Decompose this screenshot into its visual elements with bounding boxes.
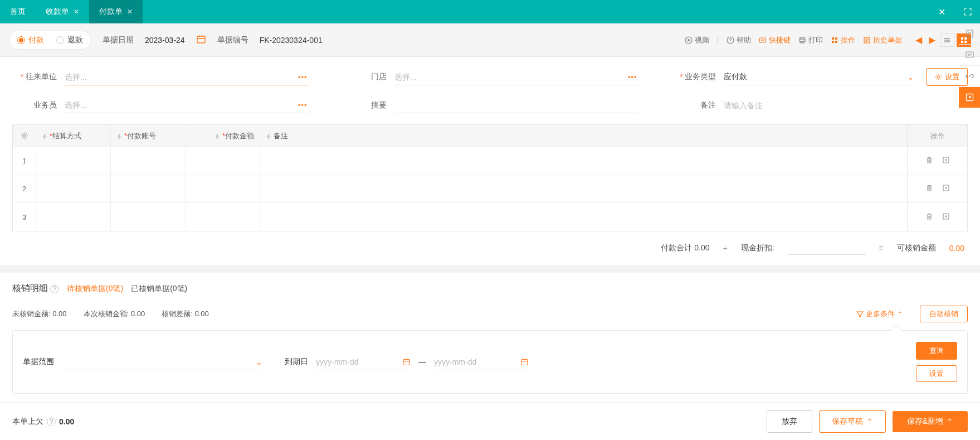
svg-rect-7 [832,37,834,40]
cell-account[interactable] [111,147,186,175]
cell-note[interactable] [260,147,907,175]
cell-account[interactable] [111,203,186,231]
discount-input[interactable] [788,241,866,255]
col-method[interactable]: ▲▼*结算方式 [36,125,111,147]
svg-rect-25 [966,52,973,57]
tab-receipt[interactable]: 收款单✕ [36,0,89,23]
paysum-label: 付款合计 [661,243,692,252]
rail-doc-icon[interactable] [959,23,980,45]
date-from-input[interactable]: yyyy-mm-dd [316,354,411,370]
doc-date[interactable]: 2023-03-24 [145,36,185,45]
tab-pending[interactable]: 待核销单据(0笔) [67,284,123,294]
scope-select[interactable]: ⌄ [62,354,262,370]
remark-label: 备注 [671,100,716,110]
stat-diff-label: 核销差额: [162,310,193,318]
owe-value: 0.00 [59,417,74,426]
prev-doc-icon[interactable]: ◀ [913,35,924,45]
biztype-input[interactable] [724,69,915,85]
save-draft-button[interactable]: 保存草稿⌃ [819,410,886,433]
store-input[interactable] [394,69,638,85]
cell-method[interactable] [36,147,111,175]
cell-method[interactable] [36,203,111,231]
link-history[interactable]: 历史单据 [863,35,902,45]
tab-home[interactable]: 首页 [0,0,36,23]
next-doc-icon[interactable]: ▶ [927,35,938,45]
more-conditions-link[interactable]: 更多条件 ⌃ [856,309,903,319]
salesman-input[interactable] [65,97,309,113]
lookup-icon[interactable]: ••• [298,73,308,81]
add-row-icon[interactable] [942,212,950,222]
cell-amount[interactable] [186,175,260,202]
svg-rect-22 [521,360,528,365]
tab-payment[interactable]: 付款单✕ [89,0,143,23]
partner-label: 往来单位 [12,72,57,82]
chevron-down-icon[interactable]: ⌄ [908,73,914,81]
link-print[interactable]: 打印 [798,35,823,45]
svg-rect-21 [403,360,409,365]
delete-row-icon[interactable] [925,212,933,222]
delete-row-icon[interactable] [925,156,933,166]
chevron-down-icon: ⌄ [256,357,262,366]
gear-icon[interactable] [13,125,36,147]
lookup-icon[interactable]: ••• [628,73,637,81]
cell-amount[interactable] [186,203,260,231]
close-icon[interactable]: ✕ [127,8,133,16]
save-new-button[interactable]: 保存&新增⌃ [893,411,968,432]
cell-amount[interactable] [186,147,260,175]
owe-label: 本单上欠 [12,417,43,427]
stat-thiswrite-value: 0.00 [131,310,145,318]
cell-note[interactable] [260,175,907,202]
store-label: 门店 [342,72,387,82]
rail-expand-icon[interactable] [959,87,980,108]
chevron-up-icon: ⌃ [947,417,953,426]
col-account[interactable]: ▲▼*付款账号 [111,125,186,147]
add-row-icon[interactable] [942,156,950,166]
calendar-icon[interactable] [196,34,206,46]
close-icon[interactable]: ✕ [74,8,79,16]
filter-settings-button[interactable]: 设置 [916,365,957,382]
paysum-value: 0.00 [694,243,709,252]
cell-account[interactable] [111,175,186,202]
discount-label: 现金折扣: [741,243,774,253]
col-amount[interactable]: ▲▼*付款金额 [186,125,260,147]
cell-method[interactable] [36,175,111,202]
link-shortcut[interactable]: 快捷键 [759,35,791,45]
view-list-icon[interactable] [940,33,954,47]
biztype-label: 业务类型 [671,72,716,82]
svg-rect-8 [835,37,837,40]
stat-thiswrite-label: 本次核销金额: [84,310,129,318]
fullscreen-icon[interactable] [955,0,980,23]
help-icon[interactable]: ? [47,417,56,426]
query-button[interactable]: 查询 [916,342,957,360]
chevron-up-icon: ⌃ [866,417,873,426]
tabs-close-all-icon[interactable]: ✕ [928,0,955,23]
date-to-input[interactable]: yyyy-mm-dd [434,354,529,370]
no-label: 单据编号 [217,35,248,45]
svg-point-16 [937,76,939,78]
rail-link-icon[interactable] [959,66,980,87]
help-icon[interactable]: ? [50,284,59,293]
link-operate[interactable]: 操作 [831,35,855,45]
delete-row-icon[interactable] [925,184,933,194]
header-toolbar: 付款 退款 单据日期 2023-03-24 单据编号 FK-20230324-0… [0,23,980,57]
link-video[interactable]: 视频 [685,35,709,45]
lookup-icon[interactable]: ••• [298,101,308,109]
radio-refund[interactable]: 退款 [51,35,89,45]
add-row-icon[interactable] [942,184,950,194]
date-separator: — [418,357,426,366]
partner-input[interactable] [65,69,309,85]
remark-input[interactable] [724,98,968,113]
auto-writeoff-button[interactable]: 自动核销 [920,306,968,322]
tab-done[interactable]: 已核销单据(0笔) [131,284,187,294]
svg-rect-10 [835,41,837,43]
summary-input[interactable] [394,97,638,113]
col-note[interactable]: ▲▼备注 [260,125,907,147]
link-help[interactable]: 帮助 [727,35,751,45]
writeoff-label: 可核销金额 [897,243,936,253]
stat-diff-value: 0.00 [194,310,208,318]
discard-button[interactable]: 放弃 [767,410,812,433]
stat-unwrite-value: 0.00 [52,310,66,318]
radio-payment[interactable]: 付款 [12,35,50,45]
cell-note[interactable] [260,203,907,231]
rail-note-icon[interactable] [959,45,980,66]
